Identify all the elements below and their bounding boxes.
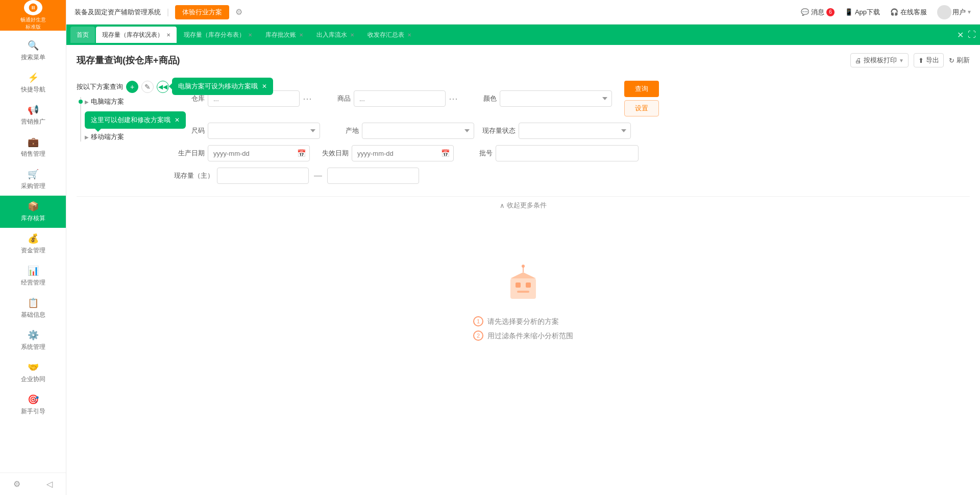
sidebar-item-purchase-label: 采购管理 xyxy=(21,182,45,191)
sidebar-bottom: ⚙ ◁ xyxy=(0,473,66,495)
goods-field: 商品 ⋯ xyxy=(320,90,458,107)
sidebar-item-operations[interactable]: 📊 经营管理 xyxy=(0,260,66,292)
inventory-status-field: 现存量状态 xyxy=(482,123,631,139)
sidebar-item-guide[interactable]: 🎯 新手引导 xyxy=(0,389,66,421)
sidebar-item-search-label: 搜索菜单 xyxy=(21,53,45,62)
inventory-main-field: 现存量（主） — xyxy=(174,168,419,184)
empty-step-1: 1 请先选择要分析的方案 xyxy=(473,314,573,328)
step-num-2: 2 xyxy=(473,331,483,341)
scheme-arrow-button[interactable]: ◀◀ xyxy=(157,81,169,93)
goods-input[interactable] xyxy=(354,90,446,107)
expire-date-field: 失效日期 📅 xyxy=(318,145,454,161)
add-scheme-button[interactable]: + xyxy=(126,81,138,93)
goods-more-icon[interactable]: ⋯ xyxy=(449,94,458,103)
inventory-status-select[interactable] xyxy=(519,123,631,139)
sidebar-item-basic-info-label: 基础信息 xyxy=(21,311,45,319)
sidebar-item-purchase[interactable]: 🛒 采购管理 xyxy=(0,163,66,196)
tab-inventory-batch-label: 库存批次账 xyxy=(265,31,296,39)
expire-date-input[interactable] xyxy=(352,145,454,161)
tab-in-out-flow-label: 出入库流水 xyxy=(316,31,347,39)
batch-input[interactable] xyxy=(496,145,639,161)
sidebar-item-enterprise-label: 企业协同 xyxy=(21,375,45,384)
produce-date-wrapper: 📅 xyxy=(208,145,310,161)
svg-rect-3 xyxy=(526,282,531,288)
sidebar-item-inventory[interactable]: 📦 库存核算 xyxy=(0,196,66,228)
tab-receive-summary-close[interactable]: ✕ xyxy=(407,32,411,38)
tab-inventory-batch[interactable]: 库存批次账 ✕ xyxy=(259,27,309,43)
expire-date-calendar-icon[interactable]: 📅 xyxy=(441,149,450,157)
inventory-status-label: 现存量状态 xyxy=(482,126,516,135)
tab-receive-summary[interactable]: 收发存汇总表 ✕ xyxy=(361,27,418,43)
inventory-main-to-input[interactable] xyxy=(327,168,419,184)
edit-scheme-button[interactable]: ✎ xyxy=(141,81,154,93)
tab-in-out-flow-close[interactable]: ✕ xyxy=(350,32,354,38)
settings-btn[interactable]: ⚙ xyxy=(13,479,20,489)
sidebar-item-system[interactable]: ⚙️ 系统管理 xyxy=(0,324,66,357)
tooltip-create-close[interactable]: ✕ xyxy=(175,116,180,124)
size-select[interactable] xyxy=(208,123,320,139)
produce-date-input[interactable] xyxy=(208,145,310,161)
message-icon: 💬 xyxy=(801,8,809,16)
tab-inventory-distribution-close[interactable]: ✕ xyxy=(248,32,252,38)
sidebar-item-basic-info[interactable]: 📋 基础信息 xyxy=(0,292,66,324)
sidebar-item-search[interactable]: 🔍 搜索菜单 xyxy=(0,35,66,67)
step1-text: 请先选择要分析的方案 xyxy=(487,314,559,328)
batch-field: 批号 xyxy=(462,145,639,161)
color-select[interactable] xyxy=(500,90,612,107)
tab-home[interactable]: 首页 xyxy=(70,27,95,43)
sidebar-item-quick-nav[interactable]: ⚡ 快捷导航 xyxy=(0,67,66,99)
pc-scheme-label[interactable]: 电脑端方案 xyxy=(91,97,124,106)
logo-text: 畅通好生意 xyxy=(20,16,46,23)
print-icon: 🖨 xyxy=(855,57,862,64)
online-support-button[interactable]: 🎧 在线客服 xyxy=(890,8,927,17)
tab-inventory-status-label: 现存量（库存状况表） xyxy=(102,31,163,39)
collapse-sidebar-btn[interactable]: ◁ xyxy=(46,479,53,489)
tab-inventory-distribution[interactable]: 现存量（库存分布表） ✕ xyxy=(178,27,258,43)
sidebar-item-sales[interactable]: 💼 销售管理 xyxy=(0,131,66,163)
phone-icon: 📱 xyxy=(845,8,853,16)
chevron-up-icon: ∧ xyxy=(500,202,505,209)
trial-button[interactable]: 体验行业方案 xyxy=(175,5,229,19)
refresh-label: 刷新 xyxy=(957,56,970,65)
mobile-scheme-label[interactable]: 移动端方案 xyxy=(91,132,124,142)
origin-select[interactable] xyxy=(362,123,474,139)
empty-state: 1 请先选择要分析的方案 2 用过滤条件来缩小分析范围 xyxy=(66,222,980,384)
app-download-button[interactable]: 📱 App下载 xyxy=(845,8,880,17)
print-button[interactable]: 🖨 按模板打印 ▼ xyxy=(850,53,909,67)
export-icon: ⬆ xyxy=(918,57,924,64)
step2-text: 用过滤条件来缩小分析范围 xyxy=(487,328,573,343)
reset-button[interactable]: 设置 xyxy=(624,100,659,116)
header-gear-icon[interactable]: ⚙ xyxy=(235,7,242,17)
tab-inventory-status-close[interactable]: ✕ xyxy=(166,32,170,38)
user-menu[interactable]: 用户 ▼ xyxy=(937,5,972,19)
sidebar-item-finance-label: 资金管理 xyxy=(21,246,45,255)
sidebar-item-marketing[interactable]: 📢 营销推广 xyxy=(0,99,66,131)
warehouse-more-icon[interactable]: ⋯ xyxy=(303,94,312,103)
sidebar: 畅通好生意 标准版 🔍 搜索菜单 ⚡ 快捷导航 📢 营销推广 💼 销售管理 🛒 … xyxy=(0,0,66,495)
tab-close-all-icon[interactable]: ✕ xyxy=(957,30,964,40)
tooltip-pc-close[interactable]: ✕ xyxy=(262,83,267,90)
tooltip-pc-text: 电脑方案可设为移动方案哦 xyxy=(178,82,258,91)
search-button[interactable]: 查询 xyxy=(624,81,659,97)
sidebar-logo: 畅通好生意 标准版 xyxy=(0,0,66,31)
tab-inventory-batch-close[interactable]: ✕ xyxy=(299,32,303,38)
tab-inventory-status[interactable]: 现存量（库存状况表） ✕ xyxy=(96,27,177,43)
inventory-main-label: 现存量（主） xyxy=(174,171,214,180)
produce-date-calendar-icon[interactable]: 📅 xyxy=(297,149,306,157)
svg-point-6 xyxy=(522,265,525,268)
message-button[interactable]: 💬 消息 6 xyxy=(801,8,835,17)
refresh-button[interactable]: ↻ 刷新 xyxy=(949,56,970,65)
warehouse-label: 仓库 xyxy=(174,94,205,103)
produce-date-field: 生产日期 📅 xyxy=(174,145,310,161)
clipboard-icon: 📋 xyxy=(28,297,39,309)
sidebar-item-enterprise[interactable]: 🤝 企业协同 xyxy=(0,357,66,389)
export-button[interactable]: ⬆ 导出 xyxy=(914,53,944,67)
tab-receive-summary-label: 收发存汇总表 xyxy=(368,31,404,39)
tab-in-out-flow[interactable]: 出入库流水 ✕ xyxy=(310,27,360,43)
sidebar-item-system-label: 系统管理 xyxy=(21,343,45,351)
tab-maximize-icon[interactable]: ⛶ xyxy=(968,30,976,40)
inventory-main-from-input[interactable] xyxy=(217,168,309,184)
tab-inventory-distribution-label: 现存量（库存分布表） xyxy=(184,31,245,39)
sidebar-item-finance[interactable]: 💰 资金管理 xyxy=(0,228,66,260)
collapse-bar[interactable]: ∧ 收起更多条件 xyxy=(77,196,970,214)
